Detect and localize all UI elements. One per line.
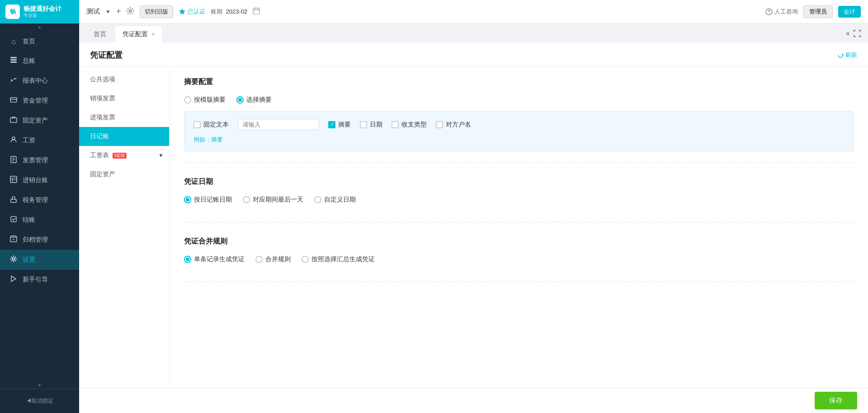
svg-marker-23 — [179, 9, 185, 14]
radio-select-summary[interactable]: 选择摘要 — [236, 96, 272, 104]
sidebar-scroll-down[interactable]: ▼ — [0, 382, 79, 389]
sidebar-item-payroll[interactable]: 工资 — [0, 131, 79, 150]
svg-point-29 — [769, 13, 769, 14]
sidebar-item-reports[interactable]: 报表中心 — [0, 71, 79, 91]
logo-icon: 畅 — [5, 5, 20, 19]
sidebar-item-tax[interactable]: 税务管理 — [0, 190, 79, 210]
sidebar-item-label: 发票管理 — [23, 156, 48, 164]
inner-layout: 公共选项 销项发票 进项发票 日记账 工资表 NEW ▼ — [79, 66, 868, 388]
nav-arrow-icon: ▼ — [158, 152, 164, 159]
radio-journal-date[interactable]: 按日记账日期 — [184, 196, 232, 204]
example-text: 例如：摘要 — [193, 136, 844, 144]
sidebar-item-assets[interactable]: 固定资产 — [0, 111, 79, 131]
tab-close-btn[interactable]: × — [151, 31, 155, 38]
checkbox-summary[interactable]: ✓ 摘要 — [328, 121, 351, 129]
main-area: 测试 ▼ + 切到旧版 已认证 账期 2023-02 人工咨询 管理员 会计 首… — [79, 0, 868, 413]
radio-custom-date[interactable]: 自定义日期 — [314, 196, 356, 204]
nav-item-public[interactable]: 公共选项 — [79, 70, 169, 89]
merge-circle — [255, 256, 263, 263]
sidebar-item-funds[interactable]: 资金管理 — [0, 91, 79, 111]
purchase-sale-icon — [9, 176, 18, 185]
radio-by-selection[interactable]: 按照选择汇总生成凭证 — [302, 255, 375, 263]
calendar-icon[interactable] — [253, 7, 260, 16]
sidebar-item-label: 税务管理 — [23, 196, 48, 204]
add-company-btn[interactable]: + — [116, 7, 121, 16]
new-badge: NEW — [113, 153, 127, 159]
summary-checkbox-panel: 固定文本 ✓ 摘要 日期 — [184, 111, 854, 151]
tax-icon — [9, 196, 18, 205]
svg-point-28 — [766, 9, 772, 15]
nav-item-fixed-assets[interactable]: 固定资产 — [79, 165, 169, 184]
date-checkbox — [360, 121, 367, 128]
cancel-fixed-btn[interactable]: ◀取消固定 — [0, 394, 79, 408]
save-button[interactable]: 保存 — [815, 392, 857, 409]
settings-icon — [9, 255, 18, 264]
sidebar-scroll-up[interactable]: ▲ — [0, 23, 79, 30]
company-dropdown-icon[interactable]: ▼ — [105, 9, 111, 15]
home-icon: ⌂ — [9, 38, 18, 46]
voucher-date-section: 凭证日期 按日记账日期 对应期间最后一天 自定义日期 — [184, 177, 854, 222]
tab-voucher-config[interactable]: 凭证配置 × — [115, 26, 162, 42]
merge-rules-radio-row: 单条记录生成凭证 合并规则 按照选择汇总生成凭证 — [184, 255, 854, 263]
svg-point-20 — [13, 258, 15, 260]
radio-select-circle — [236, 96, 244, 103]
close-window-btn[interactable]: × — [846, 30, 850, 39]
company-settings-btn[interactable] — [126, 7, 134, 17]
checkbox-date[interactable]: 日期 — [360, 121, 382, 129]
income-expense-checkbox — [392, 121, 399, 128]
right-content: 摘要配置 按模版摘要 选择摘要 — [170, 66, 868, 388]
radio-template-summary[interactable]: 按模版摘要 — [184, 96, 226, 104]
role-badge: 会计 — [838, 6, 861, 18]
left-nav: 公共选项 销项发票 进项发票 日记账 工资表 NEW ▼ — [79, 66, 170, 388]
footer-bar: 保存 — [79, 388, 868, 413]
radio-single[interactable]: 单条记录生成凭证 — [184, 255, 245, 263]
sidebar-item-newbie[interactable]: 新手引导 — [0, 270, 79, 290]
admin-btn[interactable]: 管理员 — [803, 5, 833, 18]
nav-item-sales-invoice[interactable]: 销项发票 — [79, 89, 169, 108]
nav-item-payroll-table[interactable]: 工资表 NEW ▼ — [79, 146, 169, 165]
radio-period-last[interactable]: 对应期间最后一天 — [243, 196, 303, 204]
fixed-text-input[interactable] — [238, 119, 319, 130]
sidebar-item-label: 工资 — [23, 136, 35, 145]
content-area: 凭证配置 刷新 公共选项 销项发票 进项发票 日记账 — [79, 42, 868, 413]
sidebar-item-label: 新手引导 — [23, 276, 48, 284]
svg-rect-2 — [10, 61, 17, 63]
sidebar-item-settings[interactable]: 设置 — [0, 250, 79, 270]
topbar: 测试 ▼ + 切到旧版 已认证 账期 2023-02 人工咨询 管理员 会计 — [79, 0, 868, 23]
svg-rect-0 — [10, 57, 17, 58]
counterparty-checkbox — [436, 121, 443, 128]
reports-icon — [9, 76, 18, 85]
refresh-btn[interactable]: 刷新 — [837, 51, 857, 59]
sidebar-item-purchase-sale[interactable]: 进销台账 — [0, 170, 79, 190]
checkbox-counterparty[interactable]: 对方户名 — [436, 121, 471, 129]
nav-item-journal[interactable]: 日记账 — [79, 127, 169, 146]
sidebar: 畅 畅捷通好会计 专业版 ▲ ⌂ 首页 总账 报表中心 — [0, 0, 79, 413]
content-header: 凭证配置 刷新 — [79, 42, 868, 66]
tab-home[interactable]: 首页 — [86, 26, 113, 42]
merge-rules-section: 凭证合并规则 单条记录生成凭证 合并规则 按照选择汇总生成凭证 — [184, 237, 854, 282]
voucher-date-radio-row: 按日记账日期 对应期间最后一天 自定义日期 — [184, 196, 854, 204]
fullscreen-btn[interactable] — [854, 30, 861, 39]
checkbox-fixed-text[interactable]: 固定文本 — [193, 121, 229, 129]
checkbox-income-expense[interactable]: 收支类型 — [392, 121, 427, 129]
newbie-icon — [9, 275, 18, 284]
funds-icon — [9, 96, 18, 105]
tab-active-label: 凭证配置 — [123, 30, 148, 38]
sidebar-item-ledger[interactable]: 总账 — [0, 51, 79, 71]
sidebar-item-label: 报表中心 — [23, 77, 48, 85]
sidebar-nav: ⌂ 首页 总账 报表中心 资金管理 固定资产 — [0, 30, 79, 382]
help-btn[interactable]: 人工咨询 — [765, 8, 798, 16]
sidebar-item-home[interactable]: ⌂ 首页 — [0, 32, 79, 51]
radio-merge[interactable]: 合并规则 — [255, 255, 291, 263]
assets-icon — [9, 116, 18, 125]
cancel-fixed-label: ◀取消固定 — [26, 397, 53, 405]
sidebar-item-closing[interactable]: 结账 — [0, 210, 79, 230]
svg-rect-12 — [10, 176, 17, 183]
voucher-date-title: 凭证日期 — [184, 177, 854, 187]
page-title: 凭证配置 — [90, 50, 123, 61]
sidebar-item-invoice[interactable]: 发票管理 — [0, 150, 79, 170]
nav-item-purchase-invoice[interactable]: 进项发票 — [79, 108, 169, 127]
sidebar-item-archive[interactable]: 归档管理 — [0, 230, 79, 250]
summary-radio-row: 按模版摘要 选择摘要 — [184, 96, 854, 104]
switch-old-version-btn[interactable]: 切到旧版 — [140, 5, 173, 18]
